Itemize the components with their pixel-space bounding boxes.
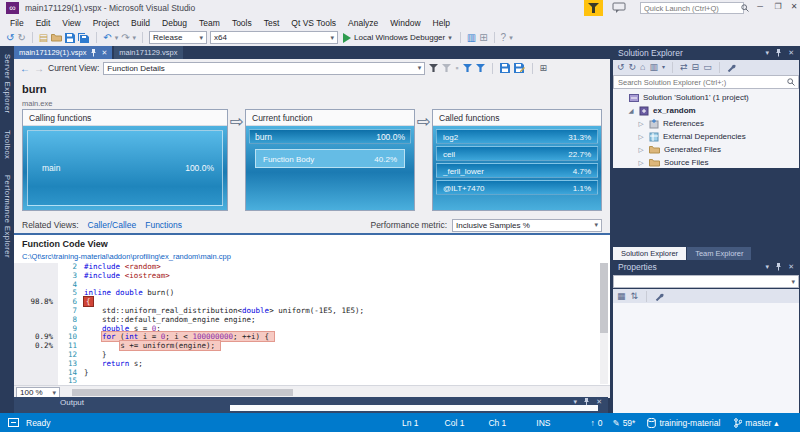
menu-item-view[interactable]: View: [56, 18, 86, 28]
pin-icon[interactable]: [775, 263, 782, 271]
profiler-icon[interactable]: ▥: [467, 30, 476, 45]
scrollbar-thumb[interactable]: [600, 263, 608, 333]
menu-item-qt-vs-tools[interactable]: Qt VS Tools: [285, 18, 342, 28]
collapse-all-icon[interactable]: ⊟: [692, 61, 700, 74]
edit-filter-icon[interactable]: [476, 64, 485, 73]
forward-circle-icon[interactable]: ↻: [629, 61, 637, 74]
source-file-link[interactable]: C:\Qt\src\training-material\addon\profil…: [22, 252, 231, 261]
menu-item-file[interactable]: File: [4, 18, 30, 28]
current-view-select[interactable]: Function Details ▾: [103, 62, 425, 75]
called-function-row[interactable]: log231.3%: [436, 129, 598, 144]
collapsed-arrow-icon[interactable]: ▷: [637, 120, 645, 128]
menu-item-debug[interactable]: Debug: [156, 18, 193, 28]
code-horizontal-scrollbar[interactable]: [70, 388, 596, 397]
tree-item-solution-solution1-1-project-[interactable]: Solution 'Solution1' (1 project): [613, 91, 799, 104]
close-icon[interactable]: ✕: [788, 263, 794, 271]
undo-icon[interactable]: ↶: [103, 30, 111, 45]
functions-link[interactable]: Functions: [145, 220, 182, 230]
calling-function-bar[interactable]: main 100.0%: [27, 130, 223, 206]
solution-explorer-search[interactable]: [613, 75, 799, 89]
categorized-icon[interactable]: ▦: [617, 290, 626, 303]
collapsed-arrow-icon[interactable]: ▷: [637, 146, 645, 154]
menu-item-edit[interactable]: Edit: [30, 18, 57, 28]
toggle-table-view-icon[interactable]: ⊞: [540, 63, 548, 73]
quick-launch-box[interactable]: [640, 2, 744, 14]
clear-filter-icon[interactable]: [442, 64, 451, 73]
collapsed-arrow-icon[interactable]: ▷: [637, 133, 645, 141]
output-panel[interactable]: Output ▾ ✕: [14, 397, 608, 413]
close-icon[interactable]: ✕: [788, 49, 794, 57]
solution-search-input[interactable]: [614, 78, 787, 87]
redo-icon[interactable]: ↷: [121, 30, 129, 45]
current-function-bar[interactable]: burn 100.0%: [249, 129, 411, 144]
tree-item-generated-files[interactable]: ▷Generated Files: [613, 143, 799, 156]
quick-launch-input[interactable]: [641, 4, 741, 13]
save-icon[interactable]: [65, 33, 75, 43]
open-file-icon[interactable]: [51, 33, 62, 42]
navigate-backward-icon[interactable]: ↺: [6, 30, 14, 45]
redo-dropdown-icon[interactable]: ▾: [133, 30, 137, 45]
back-circle-icon[interactable]: ↺: [617, 61, 625, 74]
menu-item-help[interactable]: Help: [427, 18, 456, 28]
properties-wrench-icon[interactable]: [727, 63, 736, 72]
sidebar-tab-server-explorer[interactable]: Server Explorer: [3, 46, 12, 122]
tab-team-explorer[interactable]: Team Explorer: [687, 247, 751, 260]
save-report-icon[interactable]: [500, 63, 510, 73]
configuration-select[interactable]: Release ▾: [149, 31, 207, 44]
menu-item-team[interactable]: Team: [193, 18, 226, 28]
document-tab-active[interactable]: main171129(1).vspx ✕: [14, 46, 112, 59]
called-function-row[interactable]: @ILT+74701.1%: [436, 180, 598, 195]
menu-item-test[interactable]: Test: [258, 18, 286, 28]
called-function-row[interactable]: ceil22.7%: [436, 146, 598, 161]
find-in-files-icon[interactable]: ⊞: [479, 30, 487, 45]
property-pages-icon[interactable]: [655, 292, 664, 301]
expanded-arrow-icon[interactable]: ◢: [627, 107, 635, 115]
window-position-icon[interactable]: ▾: [766, 49, 770, 57]
sidebar-tab-toolbox[interactable]: Toolbox: [3, 122, 12, 167]
home-icon[interactable]: ⌂: [640, 61, 645, 74]
start-debugging-button[interactable]: Local Windows Debugger ▾: [341, 33, 454, 43]
caller-callee-link[interactable]: Caller/Callee: [88, 220, 137, 230]
help-icon[interactable]: ?: [501, 30, 507, 45]
menu-item-build[interactable]: Build: [125, 18, 156, 28]
history-back-icon[interactable]: ←: [20, 63, 30, 74]
filter-icon[interactable]: [429, 64, 438, 73]
new-project-icon[interactable]: ▤: [39, 30, 48, 45]
pin-icon[interactable]: [90, 49, 97, 57]
sync-with-active-document-icon[interactable]: ⇄: [680, 61, 688, 74]
save-all-icon[interactable]: [78, 33, 90, 43]
navigate-forward-icon[interactable]: ↻: [17, 30, 25, 45]
alphabetical-icon[interactable]: ⇅: [631, 290, 639, 303]
properties-object-select[interactable]: ▾: [613, 275, 799, 288]
collapsed-arrow-icon[interactable]: ▷: [637, 159, 645, 167]
stop-filter-icon[interactable]: ▪: [455, 63, 458, 73]
performance-metric-select[interactable]: Inclusive Samples % ▾: [452, 219, 602, 232]
called-function-row[interactable]: _ferll_lower4.7%: [436, 163, 598, 178]
minimize-button[interactable]: ─: [752, 0, 768, 14]
restore-button[interactable]: ❐: [770, 0, 786, 14]
undo-dropdown-icon[interactable]: ▾: [115, 30, 119, 45]
git-pushes-indicator[interactable]: ↑ 0: [591, 418, 603, 428]
toolbar-options-icon[interactable]: ▾: [509, 30, 513, 45]
window-position-icon[interactable]: ▾: [766, 263, 770, 271]
chevron-down-icon[interactable]: ▾: [662, 61, 665, 74]
tab-solution-explorer[interactable]: Solution Explorer: [613, 247, 686, 260]
pin-icon[interactable]: [775, 49, 782, 57]
notification-filter-icon[interactable]: [584, 0, 603, 16]
menu-item-window[interactable]: Window: [384, 18, 426, 28]
add-filter-icon[interactable]: [463, 64, 472, 73]
platform-select[interactable]: x64 ▾: [210, 31, 338, 44]
sidebar-tab-performance-explorer[interactable]: Performance Explorer: [3, 167, 12, 266]
git-repository-indicator[interactable]: training-material: [647, 418, 720, 428]
scrollbar-thumb[interactable]: [72, 389, 293, 396]
code-vertical-scrollbar[interactable]: [600, 263, 608, 384]
menu-item-analyze[interactable]: Analyze: [342, 18, 384, 28]
preview-selected-icon[interactable]: ▭: [703, 61, 712, 74]
close-tab-icon[interactable]: ✕: [101, 49, 107, 57]
tree-item-external-dependencies[interactable]: ▷External Dependencies: [613, 130, 799, 143]
code-editor[interactable]: 2#include <random>3#include <iostream>45…: [14, 263, 598, 386]
function-body-bar[interactable]: Function Body 40.2%: [255, 149, 405, 168]
tree-item-ex-random[interactable]: ◢ex_random: [613, 104, 799, 117]
save-analyzed-report-icon[interactable]: [514, 63, 525, 73]
history-forward-icon[interactable]: →: [34, 63, 44, 74]
